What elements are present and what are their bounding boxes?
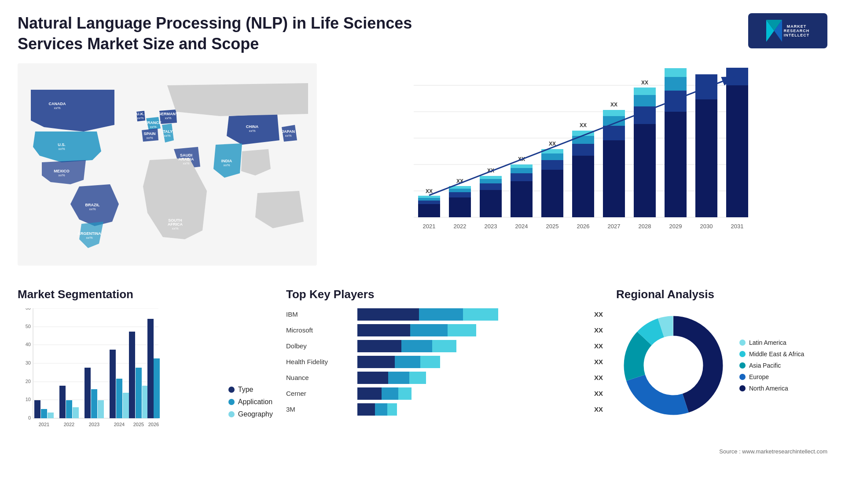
svg-rect-45 (418, 196, 440, 198)
player-row: 3M XX (286, 403, 603, 416)
svg-rect-81 (603, 110, 625, 116)
players-section: Top Key Players IBM XX Microsoft (286, 288, 603, 431)
donut-svg (616, 308, 731, 423)
svg-text:2023: 2023 (89, 422, 99, 427)
svg-rect-130 (91, 389, 97, 418)
player-xx: XX (594, 326, 603, 334)
svg-text:CANADA: CANADA (49, 102, 66, 106)
seg-legend: Type Application Geography (228, 386, 273, 431)
legend-mea-label: Middle East & Africa (749, 351, 804, 358)
player-row: Microsoft XX (286, 324, 603, 336)
svg-text:JAPAN: JAPAN (282, 129, 295, 134)
logo-line3: INTELLECT (784, 33, 810, 37)
player-bar-seg3 (409, 372, 426, 384)
svg-text:2026: 2026 (577, 223, 590, 230)
svg-rect-129 (84, 368, 91, 418)
player-row: Health Fidelity XX (286, 356, 603, 368)
svg-rect-72 (572, 156, 594, 217)
player-bar-seg1 (357, 356, 395, 368)
growth-chart-svg: XX 2021 XX 2022 XX 2023 (343, 68, 819, 252)
player-name: Cerner (286, 390, 352, 397)
svg-rect-133 (110, 350, 116, 418)
player-name: IBM (286, 310, 352, 318)
svg-rect-48 (449, 197, 471, 217)
player-name: Dolbey (286, 342, 352, 350)
svg-text:0: 0 (28, 415, 31, 420)
player-bar-seg2 (401, 340, 432, 352)
svg-rect-131 (98, 400, 104, 418)
svg-text:GERMANY: GERMANY (158, 112, 178, 116)
source-text: Source : www.marketresearchintellect.com (18, 448, 827, 455)
seg-bars: 0 10 20 30 40 50 60 (18, 308, 215, 431)
svg-rect-142 (154, 358, 160, 418)
svg-rect-92 (665, 77, 687, 91)
player-bar-seg3 (398, 387, 411, 400)
regional-title: Regional Analysis (616, 288, 827, 301)
players-list: IBM XX Microsoft XX (286, 308, 603, 416)
legend-europe-label: Europe (749, 373, 769, 380)
legend-north-america-dot (739, 385, 746, 391)
player-bar-seg1 (357, 324, 410, 336)
svg-rect-123 (48, 413, 54, 418)
svg-text:U.S.: U.S. (58, 142, 66, 147)
svg-rect-127 (73, 407, 79, 418)
svg-rect-56 (480, 179, 502, 183)
svg-rect-67 (541, 160, 563, 170)
legend-application-dot (228, 399, 235, 405)
player-bar (357, 324, 585, 336)
svg-text:ITALY: ITALY (162, 129, 173, 134)
svg-text:XX: XX (580, 122, 587, 128)
svg-rect-63 (511, 164, 533, 168)
player-xx: XX (594, 374, 603, 381)
legend-mea: Middle East & Africa (739, 351, 804, 358)
svg-rect-49 (449, 192, 471, 197)
player-bar-seg1 (357, 403, 375, 416)
svg-text:XX: XX (610, 102, 617, 108)
svg-text:xx%: xx% (58, 173, 65, 177)
player-bar (357, 340, 585, 352)
player-xx: XX (594, 310, 603, 318)
bottom-grid: Market Segmentation 0 10 20 30 (18, 288, 827, 455)
svg-rect-79 (603, 126, 625, 140)
svg-text:xx%: xx% (58, 147, 65, 151)
svg-text:FRANCE: FRANCE (145, 121, 162, 125)
legend-mea-dot (739, 351, 746, 357)
svg-rect-91 (665, 91, 687, 112)
legend-type: Type (228, 386, 273, 394)
svg-text:xx%: xx% (285, 134, 291, 138)
player-row: IBM XX (286, 308, 603, 321)
svg-text:2022: 2022 (454, 223, 467, 230)
player-name: 3M (286, 405, 352, 413)
player-bar (357, 372, 585, 384)
svg-text:2028: 2028 (639, 223, 651, 230)
player-bar-seg2 (388, 372, 409, 384)
svg-rect-137 (129, 332, 135, 418)
donut-chart (616, 308, 731, 423)
player-bar-seg2 (382, 387, 398, 400)
player-xx: XX (594, 390, 603, 397)
svg-text:2030: 2030 (700, 223, 713, 230)
svg-text:xx%: xx% (183, 161, 189, 165)
svg-text:60: 60 (26, 308, 31, 310)
player-bar-seg2 (395, 356, 420, 368)
svg-text:2024: 2024 (515, 223, 528, 230)
player-bar-seg1 (357, 372, 388, 384)
svg-rect-101 (726, 68, 748, 85)
svg-text:xx%: xx% (89, 207, 96, 211)
svg-rect-139 (142, 386, 148, 418)
player-bar-seg1 (357, 308, 419, 321)
svg-text:BRAZIL: BRAZIL (85, 203, 100, 207)
svg-rect-121 (34, 400, 40, 418)
svg-text:2024: 2024 (114, 422, 125, 427)
svg-rect-96 (695, 99, 717, 217)
player-xx: XX (594, 358, 603, 365)
player-row: Cerner XX (286, 387, 603, 400)
svg-rect-87 (634, 88, 656, 95)
svg-text:XX: XX (426, 188, 433, 194)
svg-text:xx%: xx% (164, 134, 170, 138)
legend-europe-dot (739, 374, 746, 380)
logo-icon (766, 20, 782, 42)
svg-text:xx%: xx% (86, 236, 92, 240)
player-bar-seg3 (420, 356, 440, 368)
legend-geography: Geography (228, 410, 273, 418)
